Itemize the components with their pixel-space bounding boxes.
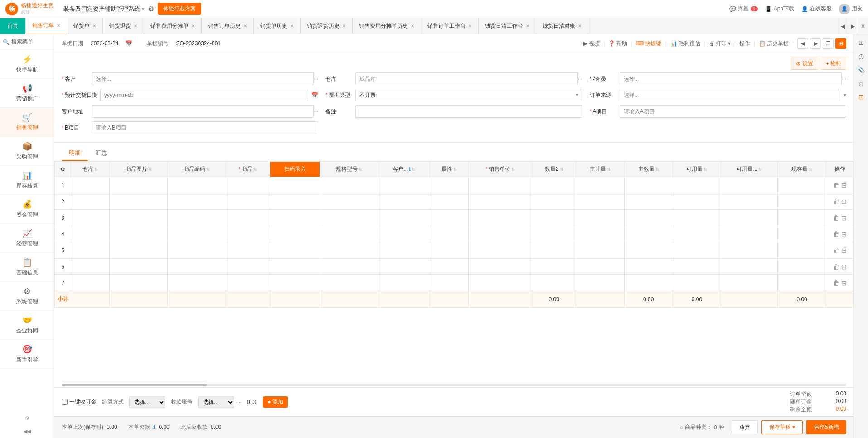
next-record-icon[interactable]: ▶ <box>810 38 821 49</box>
delete-row-icon[interactable]: 🗑 <box>833 279 839 287</box>
sidebar-item-collab[interactable]: 🤝 企业协同 <box>0 311 54 340</box>
sidebar-item-quick-nav[interactable]: ⚡ 快捷导航 <box>0 50 54 79</box>
list-view-icon[interactable]: ☰ <box>823 38 834 49</box>
sidebar-collapse-btn[interactable]: ◀◀ <box>0 425 54 438</box>
form-view-icon[interactable]: ⊞ <box>835 38 846 49</box>
th-spec[interactable]: 规格型号⇅ <box>320 162 378 177</box>
tab-workbench[interactable]: 销售订单工作台 ✕ <box>421 18 479 34</box>
nav-prev-icon[interactable]: ◀ <box>838 18 848 34</box>
close-icon[interactable]: ✕ <box>92 24 96 29</box>
close-icon[interactable]: ✕ <box>526 24 529 29</box>
delete-row-icon[interactable]: 🗑 <box>833 263 839 270</box>
save-draft-btn[interactable]: 保存草稿 ▾ <box>761 420 803 434</box>
tab-invoice-history[interactable]: 销货单历史 ✕ <box>254 18 301 34</box>
tab-return-history[interactable]: 销货退货历史 ✕ <box>301 18 353 34</box>
close-icon[interactable]: ✕ <box>468 24 472 29</box>
sidebar-item-finance[interactable]: 💰 资金管理 <box>0 195 54 224</box>
a-project-input[interactable] <box>620 105 846 118</box>
account-select[interactable]: 选择... <box>198 396 234 408</box>
th-unit[interactable]: *销售单位⇅ <box>468 162 532 177</box>
address-more-icon[interactable]: ··· <box>314 108 318 115</box>
tab-daily-clear[interactable]: 钱货日清工作台 ✕ <box>479 18 536 34</box>
profit-btn[interactable]: 📊 毛利预估 <box>670 40 700 48</box>
tab-sales-invoice[interactable]: 销货单 ✕ <box>67 18 103 34</box>
scroll-thumb[interactable] <box>62 384 207 386</box>
warehouse-more-icon[interactable]: ··· <box>578 76 582 82</box>
tab-expense-split[interactable]: 销售费用分摊单 ✕ <box>144 18 202 34</box>
right-panel-icon-3[interactable]: 📎 <box>855 63 868 76</box>
th-main-unit[interactable]: 主计量⇅ <box>576 162 625 177</box>
delivery-calendar-icon[interactable]: 📅 <box>311 92 318 99</box>
tab-sales-order[interactable]: 销售订单 ✕ <box>26 18 67 34</box>
th-qty2[interactable]: 数量2⇅ <box>532 162 576 177</box>
th-warehouse[interactable]: 仓库⇅ <box>71 162 110 177</box>
sidebar-item-base[interactable]: 📋 基础信息 <box>0 253 54 282</box>
close-icon[interactable]: ✕ <box>243 24 247 29</box>
save-new-btn[interactable]: 保存&新增 <box>806 420 846 434</box>
th-product[interactable]: *商品⇅ <box>226 162 270 177</box>
sidebar-search[interactable]: 🔍 搜索菜单 <box>0 34 54 50</box>
right-panel-icon-5[interactable]: ⊡ <box>855 91 868 103</box>
th-code[interactable]: 商品编码⇅ <box>168 162 226 177</box>
sidebar-item-operations[interactable]: 📈 经营管理 <box>0 224 54 253</box>
b-project-input[interactable] <box>92 121 318 134</box>
one-click-deposit-checkbox[interactable]: 一键收订金 <box>62 398 97 406</box>
delete-row-icon[interactable]: 🗑 <box>833 182 839 189</box>
warehouse-input[interactable] <box>355 72 577 85</box>
copy-row-icon[interactable]: ⊞ <box>841 198 847 205</box>
close-icon[interactable]: ✕ <box>578 24 582 29</box>
close-icon[interactable]: ✕ <box>57 23 60 28</box>
account-more-icon[interactable]: ··· <box>237 399 242 405</box>
remark-input[interactable] <box>355 105 582 118</box>
customer-more-icon[interactable]: ··· <box>314 76 318 82</box>
industry-btn[interactable]: 体验行业方案 <box>158 3 201 15</box>
delete-row-icon[interactable]: 🗑 <box>833 247 839 254</box>
system-title[interactable]: 装备及固定资产辅助管理系统 ▾ <box>63 5 144 13</box>
history-btn[interactable]: 📋 历史单据 <box>759 40 789 48</box>
operate-btn[interactable]: 操作 <box>739 40 750 48</box>
add-material-btn[interactable]: + 物料 <box>821 58 846 70</box>
settings-btn[interactable]: ⚙ 设置 <box>791 58 818 70</box>
sidebar-item-marketing[interactable]: 📢 营销推广 <box>0 79 54 108</box>
sidebar-item-purchase[interactable]: 📦 采购管理 <box>0 137 54 166</box>
tab-detail[interactable]: 明细 <box>62 146 88 161</box>
delivery-input[interactable] <box>100 89 309 101</box>
copy-row-icon[interactable]: ⊞ <box>841 231 847 238</box>
one-click-checkbox-input[interactable] <box>62 399 68 405</box>
th-main-qty[interactable]: 主数量⇅ <box>624 162 673 177</box>
user-menu[interactable]: 👤 用友 <box>839 4 863 14</box>
close-icon[interactable]: ✕ <box>342 24 346 29</box>
sidebar-item-guide[interactable]: 🎯 新手引导 <box>0 340 54 369</box>
settings-icon[interactable]: ⚙ <box>148 5 154 13</box>
prev-record-icon[interactable]: ◀ <box>797 38 808 49</box>
copy-row-icon[interactable]: ⊞ <box>841 279 847 287</box>
tab-order-history[interactable]: 销售订单历史 ✕ <box>202 18 254 34</box>
tab-expense-history[interactable]: 销售费用分摊单历史 ✕ <box>353 18 421 34</box>
info-circle-icon[interactable]: ℹ <box>153 424 155 430</box>
address-input[interactable] <box>92 105 314 118</box>
app-download-btn[interactable]: 📱 App下载 <box>765 5 794 13</box>
message-btn[interactable]: 💬 海量 9 <box>729 5 758 13</box>
copy-row-icon[interactable]: ⊞ <box>841 214 847 221</box>
delete-row-icon[interactable]: 🗑 <box>833 214 839 221</box>
close-icon[interactable]: ✕ <box>411 24 414 29</box>
close-icon[interactable]: ✕ <box>191 24 195 29</box>
copy-row-icon[interactable]: ⊞ <box>841 182 847 189</box>
copy-row-icon[interactable]: ⊞ <box>841 247 847 254</box>
th-scan[interactable]: 扫码录入 <box>270 162 320 177</box>
discard-btn[interactable]: 放弃 <box>732 420 758 434</box>
right-panel-icon-2[interactable]: ◷ <box>855 50 868 63</box>
th-customer-code[interactable]: 客户...ℹ⇅ <box>378 162 430 177</box>
view-btn[interactable]: ▶ 视频 <box>583 40 600 48</box>
delete-row-icon[interactable]: 🗑 <box>833 231 839 238</box>
salesperson-input[interactable] <box>620 72 842 85</box>
salesperson-more-icon[interactable]: ··· <box>842 76 846 82</box>
sidebar-settings-btn[interactable]: ⚙ <box>0 412 54 425</box>
nav-next-icon[interactable]: ▶ <box>848 18 858 34</box>
copy-row-icon[interactable]: ⊞ <box>841 263 847 270</box>
close-icon[interactable]: ✕ <box>134 24 137 29</box>
close-icon[interactable]: ✕ <box>290 24 294 29</box>
right-panel-icon-1[interactable]: ⊞ <box>855 36 868 49</box>
scroll-bar[interactable] <box>62 384 846 386</box>
th-current[interactable]: 现存量⇅ <box>778 162 826 177</box>
